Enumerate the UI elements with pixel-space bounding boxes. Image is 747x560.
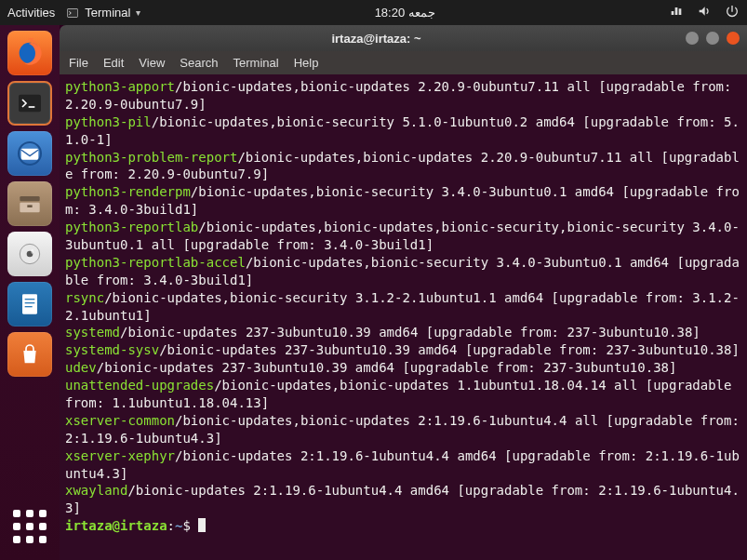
package-name: systemd-sysv [65,342,159,357]
prompt-symbol: $ [182,518,198,533]
package-name: xwayland [65,483,127,498]
package-name: systemd [65,325,120,340]
terminal-app-icon [15,88,45,118]
svg-rect-5 [21,149,39,160]
launcher-firefox[interactable] [7,31,52,75]
package-name: python3-pil [65,114,152,129]
show-apps-button[interactable] [7,504,52,549]
menu-terminal[interactable]: Terminal [233,56,279,70]
power-icon[interactable] [725,4,740,21]
package-info: /bionic-updates 237-3ubuntu10.39 amd64 [… [120,325,700,340]
svg-rect-9 [27,205,32,207]
titlebar[interactable]: irtaza@irtaza: ~ [60,25,747,51]
package-info: /bionic-updates 237-3ubuntu10.39 amd64 [… [97,360,677,375]
network-icon[interactable] [669,4,684,21]
window-title: irtaza@irtaza: ~ [67,32,686,46]
package-name: python3-apport [65,79,175,94]
chevron-down-icon: ▾ [136,7,140,18]
cursor [198,518,206,532]
top-panel: Activities Terminal ▾ 18:20 جمعه [0,0,747,25]
clock[interactable]: 18:20 جمعه [152,6,658,20]
package-name: python3-reportlab [65,220,198,234]
launcher-software[interactable] [7,332,52,377]
package-info: /bionic-updates 2:1.19.6-1ubuntu4.4 amd6… [65,483,740,515]
launcher-terminal[interactable] [7,81,52,126]
files-icon [15,189,45,219]
launcher-writer[interactable] [7,282,52,327]
package-name: xserver-common [65,413,175,428]
menu-file[interactable]: File [69,56,88,70]
menu-edit[interactable]: Edit [103,56,124,70]
menu-help[interactable]: Help [294,56,319,70]
terminal-output[interactable]: python3-apport/bionic-updates,bionic-upd… [60,74,747,560]
firefox-icon [15,38,45,68]
thunderbird-icon [15,139,45,168]
launcher-files[interactable] [7,181,52,226]
activities-button[interactable]: Activities [7,6,55,20]
package-name: udev [65,360,97,375]
volume-icon[interactable] [697,4,712,21]
launcher-dock [0,25,60,560]
svg-rect-7 [20,196,39,201]
package-info: /bionic-updates,bionic-security 3.1.2-2.… [65,290,740,323]
terminal-icon [66,7,79,20]
launcher-rhythmbox[interactable] [7,232,52,276]
package-info: /bionic-updates,bionic-security 5.1.0-1u… [65,114,740,147]
package-name: python3-reportlab-accel [65,255,246,270]
package-name: python3-renderpm [65,184,191,199]
music-icon [15,239,45,269]
maximize-button[interactable] [706,32,719,45]
package-info: /bionic-updates 237-3ubuntu10.39 amd64 [… [159,342,740,357]
shopping-bag-icon [15,340,45,369]
package-name: xserver-xephyr [65,448,175,463]
minimize-button[interactable] [686,32,699,45]
svg-rect-13 [22,294,37,313]
app-menu-label: Terminal [85,6,130,20]
app-menu[interactable]: Terminal ▾ [66,6,140,20]
package-name: rsync [65,290,104,305]
svg-rect-3 [19,95,41,113]
document-icon [15,289,45,319]
close-button[interactable] [727,32,740,45]
package-name: python3-problem-report [65,150,237,165]
menubar: File Edit View Search Terminal Help [60,51,747,74]
svg-point-12 [31,249,33,254]
menu-view[interactable]: View [139,56,165,70]
menu-search[interactable]: Search [180,56,218,70]
prompt-user-host: irtaza@irtaza [65,518,167,533]
package-name: unattended-upgrades [65,378,214,393]
svg-rect-1 [68,8,78,16]
launcher-thunderbird[interactable] [7,131,52,176]
